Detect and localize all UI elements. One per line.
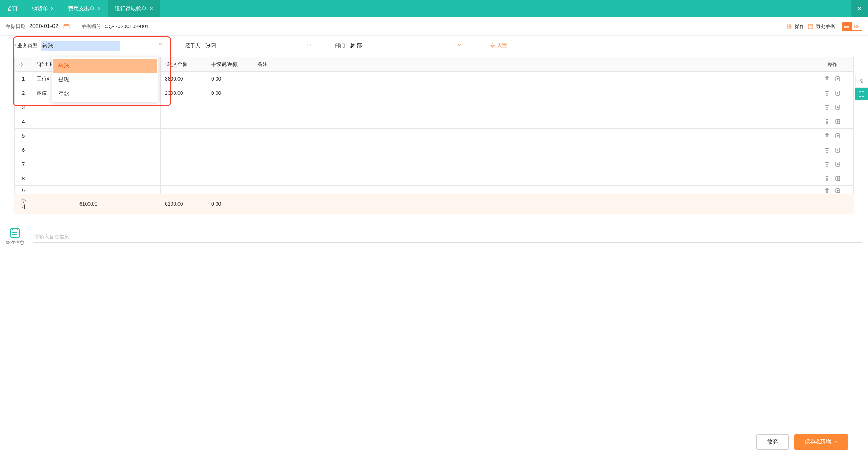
date-value[interactable]: 2020-01-02	[29, 23, 58, 30]
history-label: 历史单据	[815, 23, 835, 30]
svg-rect-0	[64, 24, 69, 29]
add-row-button[interactable]	[835, 147, 841, 153]
cell-fee[interactable]	[207, 129, 253, 143]
remark-input[interactable]	[33, 231, 862, 243]
delete-row-button[interactable]	[824, 176, 830, 181]
link-icon	[858, 78, 865, 84]
cell-fee[interactable]	[207, 186, 253, 194]
table-row[interactable]: 8	[15, 171, 854, 186]
table-row[interactable]: 4	[15, 114, 854, 129]
cell-remark[interactable]	[253, 86, 811, 100]
cell-out-account[interactable]	[32, 186, 75, 194]
cell-col2[interactable]	[75, 157, 161, 171]
add-row-button[interactable]	[835, 104, 841, 110]
cell-in-amount[interactable]	[161, 143, 207, 157]
dropdown-item-deposit[interactable]: 存款	[53, 87, 157, 100]
gear-header[interactable]	[15, 57, 32, 72]
cell-out-account[interactable]	[32, 129, 75, 143]
cell-fee[interactable]	[207, 100, 253, 114]
cell-in-amount[interactable]	[161, 171, 207, 186]
cell-fee[interactable]	[207, 143, 253, 157]
delete-row-button[interactable]	[824, 119, 830, 124]
dropdown-item-withdraw[interactable]: 提现	[53, 73, 157, 87]
delete-row-button[interactable]	[824, 133, 830, 139]
close-icon[interactable]: ×	[51, 6, 54, 11]
row-num: 6	[15, 143, 32, 157]
grid-icon	[787, 24, 792, 29]
cell-fee[interactable]: 0.00	[207, 72, 253, 86]
more-icon[interactable]: ⋯	[306, 42, 312, 48]
cell-col2[interactable]	[75, 129, 161, 143]
close-icon[interactable]: ×	[150, 6, 153, 11]
cell-remark[interactable]	[253, 157, 811, 171]
cell-op	[811, 129, 854, 143]
cell-remark[interactable]	[253, 129, 811, 143]
svg-rect-14	[854, 25, 856, 26]
cell-fee[interactable]	[207, 114, 253, 129]
view-list-button[interactable]	[842, 22, 852, 30]
settings-label: 设置	[497, 42, 507, 49]
attachment-button[interactable]	[855, 75, 868, 88]
table-row[interactable]: 6	[15, 143, 854, 157]
delete-row-button[interactable]	[824, 188, 830, 194]
cell-remark[interactable]	[253, 100, 811, 114]
tab-expense[interactable]: 费用支出单 ×	[61, 0, 108, 17]
cell-in-amount[interactable]	[161, 114, 207, 129]
add-row-button[interactable]	[835, 76, 841, 82]
cell-col2[interactable]	[75, 114, 161, 129]
biz-type-input[interactable]	[41, 41, 120, 51]
cell-remark[interactable]	[253, 186, 811, 194]
table-row[interactable]: 5	[15, 129, 854, 143]
cell-fee[interactable]: 0.00	[207, 86, 253, 100]
cell-op	[811, 114, 854, 129]
app-close-button[interactable]: ×	[851, 0, 868, 17]
cell-col2[interactable]	[75, 143, 161, 157]
add-row-button[interactable]	[835, 133, 841, 139]
delete-row-button[interactable]	[824, 90, 830, 96]
col-op: 操作	[811, 57, 854, 72]
cell-in-amount[interactable]	[161, 129, 207, 143]
operate-button[interactable]: 操作	[787, 23, 805, 30]
cell-remark[interactable]	[253, 143, 811, 157]
cell-fee[interactable]	[207, 171, 253, 186]
cell-out-account[interactable]	[32, 143, 75, 157]
cell-col2[interactable]	[75, 171, 161, 186]
cell-remark[interactable]	[253, 114, 811, 129]
cell-in-amount[interactable]: 3800.00	[161, 72, 207, 86]
delete-row-button[interactable]	[824, 147, 830, 153]
add-row-button[interactable]	[835, 90, 841, 96]
cell-in-amount[interactable]	[161, 157, 207, 171]
view-card-button[interactable]	[852, 22, 862, 30]
cell-out-account[interactable]	[32, 157, 75, 171]
tab-home[interactable]: 首页	[0, 0, 25, 17]
add-row-button[interactable]	[835, 119, 841, 124]
table-row[interactable]: 7	[15, 157, 854, 171]
delete-row-button[interactable]	[824, 161, 830, 167]
close-icon[interactable]: ×	[98, 6, 100, 11]
cell-out-account[interactable]	[32, 114, 75, 129]
calendar-icon[interactable]	[63, 23, 70, 30]
table-row[interactable]: 9	[15, 186, 854, 194]
cell-out-account[interactable]	[32, 171, 75, 186]
cell-remark[interactable]	[253, 72, 811, 86]
handler-input[interactable]	[204, 41, 283, 51]
add-row-button[interactable]	[835, 176, 841, 181]
add-row-button[interactable]	[835, 188, 841, 194]
cell-in-amount[interactable]: 2300.00	[161, 86, 207, 100]
cell-in-amount[interactable]	[161, 186, 207, 194]
expand-button[interactable]	[855, 88, 868, 100]
cell-remark[interactable]	[253, 171, 811, 186]
cell-in-amount[interactable]	[161, 100, 207, 114]
history-button[interactable]: 历史单据	[808, 23, 835, 30]
delete-row-button[interactable]	[824, 76, 830, 82]
row-num: 2	[15, 86, 32, 100]
dept-input[interactable]	[348, 41, 428, 51]
delete-row-button[interactable]	[824, 104, 830, 110]
dropdown-item-transfer[interactable]: 转账	[53, 59, 157, 73]
tab-sales[interactable]: 销货单 ×	[25, 0, 61, 17]
cell-fee[interactable]	[207, 157, 253, 171]
settings-button[interactable]: 设置	[485, 40, 512, 51]
add-row-button[interactable]	[835, 161, 841, 167]
tab-bank[interactable]: 银行存取款单 ×	[108, 0, 160, 17]
cell-col2[interactable]	[75, 186, 161, 194]
